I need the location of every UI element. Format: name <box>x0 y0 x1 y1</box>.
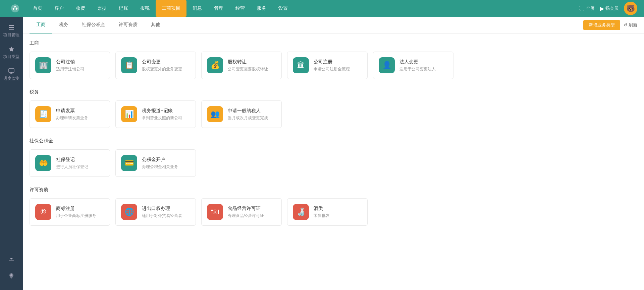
nav-right-area: ⛶ 全屏 ▶ 畅会员 🐻 <box>579 2 644 15</box>
card-company-change[interactable]: 📋 公司变更 股权变更外的业务变更 <box>115 52 196 79</box>
sidebar: 项目管理 项目类型 进度监测 <box>0 17 23 290</box>
card-icon-company-register: 🏛 <box>293 57 309 73</box>
card-info-food-license: 食品经营许可证 办理食品经营许可证 <box>228 206 264 219</box>
card-trademark[interactable]: ® 商标注册 用于企业商标注册服务 <box>30 198 110 226</box>
card-title-housing-fund: 公积金开户 <box>142 157 178 163</box>
star-icon <box>8 46 15 53</box>
card-info-general-taxpayer: 申请一般纳税人 当月或次月成变更完成 <box>228 108 268 121</box>
card-info-social-insurance: 社保登记 进行人员社保登记 <box>56 157 88 170</box>
card-desc-invoice: 办理申请发票业务 <box>56 115 88 121</box>
card-company-cancel[interactable]: 🏢 公司注销 适用于注销公司 <box>30 52 110 79</box>
card-icon-company-change: 📋 <box>121 57 137 73</box>
card-icon-general-taxpayer: 👥 <box>207 106 223 122</box>
card-title-equity-transfer: 股权转让 <box>228 59 268 65</box>
card-title-trademark: 商标注册 <box>56 206 96 212</box>
card-icon-housing-fund: 💳 <box>121 155 137 171</box>
membership-btn[interactable]: ▶ 畅会员 <box>600 5 619 12</box>
nav-operation[interactable]: 经营 <box>229 0 251 17</box>
fullscreen-btn[interactable]: ⛶ 全屏 <box>579 5 595 11</box>
tab-industry[interactable]: 工商 <box>30 17 52 33</box>
card-info-import-export: 进出口权办理 适用于对外贸易经营者 <box>142 206 182 219</box>
card-info-company-register: 公司注册 申请公司注册全流程 <box>314 59 350 72</box>
card-info-company-change: 公司变更 股权变更外的业务变更 <box>142 59 182 72</box>
card-title-company-change: 公司变更 <box>142 59 182 65</box>
card-desc-import-export: 适用于对外贸易经营者 <box>142 213 182 219</box>
nav-fee[interactable]: 收费 <box>70 0 91 17</box>
add-business-type-button[interactable]: 新增业务类型 <box>583 20 620 30</box>
refresh-button[interactable]: ↺ 刷新 <box>624 22 637 28</box>
card-info-tax-report: 税务报道+记账 拿到营业执照的新公司 <box>142 108 182 121</box>
content-area: 工商 税务 社保公积金 许可资质 其他 新增业务类型 ↺ 刷新 工商 <box>23 17 644 290</box>
nav-accounting[interactable]: 记账 <box>113 0 134 17</box>
card-company-register[interactable]: 🏛 公司注册 申请公司注册全流程 <box>287 52 368 79</box>
card-food-license[interactable]: 🍽 食品经营许可证 办理食品经营许可证 <box>201 198 282 226</box>
card-title-tax-report: 税务报道+记账 <box>142 108 182 114</box>
card-icon-legal-change: 👤 <box>379 57 395 73</box>
sidebar-item-project-type[interactable]: 项目类型 <box>0 42 23 64</box>
section-title-industry: 工商 <box>30 40 637 46</box>
nav-tax[interactable]: 报税 <box>134 0 156 17</box>
card-info-alcohol: 酒类 零售批发 <box>314 206 330 219</box>
cards-grid-industry: 🏢 公司注销 适用于注销公司 📋 公司变更 股权变更外的业务变更 <box>30 52 637 79</box>
card-import-export[interactable]: 🌐 进出口权办理 适用于对外贸易经营者 <box>115 198 196 226</box>
nav-bill[interactable]: 票据 <box>91 0 113 17</box>
nav-home[interactable]: 首页 <box>27 0 48 17</box>
svg-rect-1 <box>9 27 14 28</box>
card-alcohol[interactable]: 🍶 酒类 零售批发 <box>287 198 368 226</box>
nav-settings[interactable]: 设置 <box>272 0 294 17</box>
nav-message[interactable]: 消息 <box>186 0 208 17</box>
nav-business[interactable]: 工商项目 <box>156 0 186 17</box>
sidebar-item-project-management[interactable]: 项目管理 <box>0 20 23 42</box>
card-title-company-register: 公司注册 <box>314 59 350 65</box>
card-icon-alcohol: 🍶 <box>293 204 309 220</box>
scroll-content[interactable]: 工商 🏢 公司注销 适用于注销公司 📋 公司变更 股权变更外的业务变更 <box>23 33 644 290</box>
card-icon-invoice: 🧾 <box>35 106 51 122</box>
download-btn[interactable] <box>0 251 23 266</box>
list-icon <box>8 24 15 31</box>
section-social-security: 社保公积金 🤲 社保登记 进行人员社保登记 💳 公积金开户 办理公积金相关 <box>30 138 637 177</box>
nav-client[interactable]: 客户 <box>48 0 70 17</box>
card-info-housing-fund: 公积金开户 办理公积金相关业务 <box>142 157 178 170</box>
card-title-general-taxpayer: 申请一般纳税人 <box>228 108 268 114</box>
card-equity-transfer[interactable]: 💰 股权转让 公司变更需要股权转让 <box>201 52 282 79</box>
nav-manage[interactable]: 管理 <box>208 0 229 17</box>
nav-service[interactable]: 服务 <box>251 0 272 17</box>
mascot-icon[interactable]: 🐻 <box>624 2 637 15</box>
card-general-taxpayer[interactable]: 👥 申请一般纳税人 当月或次月成变更完成 <box>201 100 282 128</box>
app-logo <box>7 0 23 17</box>
card-desc-company-change: 股权变更外的业务变更 <box>142 66 182 72</box>
sidebar-bottom <box>0 251 23 290</box>
card-desc-tax-report: 拿到营业执照的新公司 <box>142 115 182 121</box>
card-info-equity-transfer: 股权转让 公司变更需要股权转让 <box>228 59 268 72</box>
card-legal-change[interactable]: 👤 法人变更 适用于公司变更法人 <box>373 52 453 79</box>
card-social-insurance[interactable]: 🤲 社保登记 进行人员社保登记 <box>30 149 110 177</box>
card-desc-general-taxpayer: 当月或次月成变更完成 <box>228 115 268 121</box>
card-info-company-cancel: 公司注销 适用于注销公司 <box>56 59 84 72</box>
location-btn[interactable] <box>0 269 23 283</box>
tab-tax[interactable]: 税务 <box>52 17 75 33</box>
cards-grid-license: ® 商标注册 用于企业商标注册服务 🌐 进出口权办理 适用于对外贸易经营者 <box>30 198 637 226</box>
card-title-company-cancel: 公司注销 <box>56 59 84 65</box>
tab-bar: 工商 税务 社保公积金 许可资质 其他 新增业务类型 ↺ 刷新 <box>23 17 644 33</box>
tab-license[interactable]: 许可资质 <box>112 17 144 33</box>
tab-other[interactable]: 其他 <box>144 17 167 33</box>
card-desc-legal-change: 适用于公司变更法人 <box>399 66 436 72</box>
card-info-invoice: 申请发票 办理申请发票业务 <box>56 108 88 121</box>
card-icon-social-insurance: 🤲 <box>35 155 51 171</box>
main-layout: 项目管理 项目类型 进度监测 <box>0 17 644 290</box>
section-tax: 税务 🧾 申请发票 办理申请发票业务 📊 税务报道+记账 拿到营业执照的新 <box>30 89 637 128</box>
card-desc-company-register: 申请公司注册全流程 <box>314 66 350 72</box>
card-title-legal-change: 法人变更 <box>399 59 436 65</box>
card-invoice[interactable]: 🧾 申请发票 办理申请发票业务 <box>30 100 110 128</box>
section-title-license: 许可资质 <box>30 187 637 193</box>
card-title-import-export: 进出口权办理 <box>142 206 182 212</box>
cards-grid-social-security: 🤲 社保登记 进行人员社保登记 💳 公积金开户 办理公积金相关业务 <box>30 149 637 177</box>
tab-actions: 新增业务类型 ↺ 刷新 <box>583 20 637 30</box>
tab-social-security[interactable]: 社保公积金 <box>75 17 112 33</box>
nav-menu: 首页 客户 收费 票据 记账 报税 工商项目 消息 管理 经营 服务 设置 <box>27 0 579 17</box>
card-title-invoice: 申请发票 <box>56 108 88 114</box>
sidebar-item-progress-monitor[interactable]: 进度监测 <box>0 64 23 85</box>
top-navigation: 首页 客户 收费 票据 记账 报税 工商项目 消息 管理 经营 服务 设置 ⛶ … <box>0 0 644 17</box>
card-tax-report[interactable]: 📊 税务报道+记账 拿到营业执照的新公司 <box>115 100 196 128</box>
card-housing-fund[interactable]: 💳 公积金开户 办理公积金相关业务 <box>115 149 196 177</box>
